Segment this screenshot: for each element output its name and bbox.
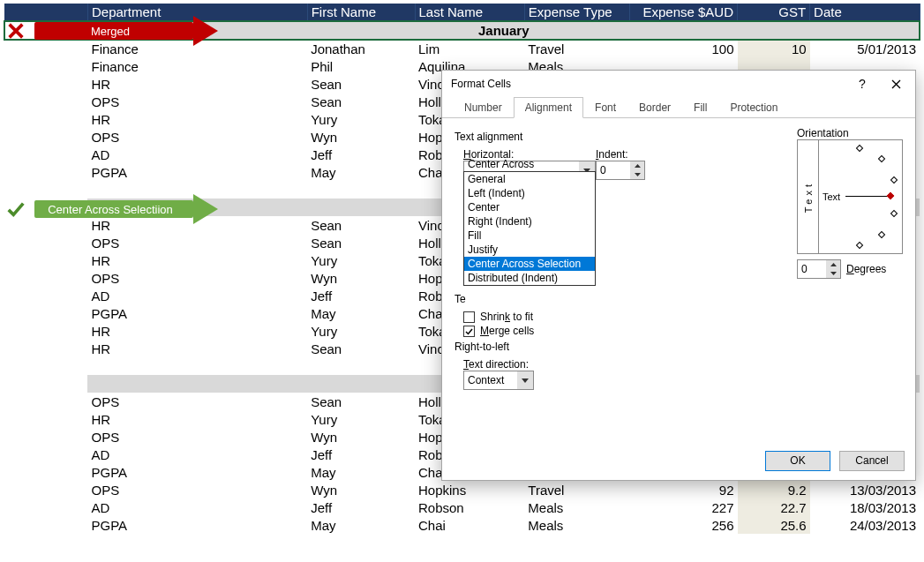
merge-checkbox[interactable] (463, 326, 475, 337)
merge-label: Merge cells (480, 325, 534, 337)
close-button[interactable] (883, 73, 908, 94)
tab-protection[interactable]: Protection (718, 97, 789, 117)
close-icon (891, 79, 901, 89)
callout-merged: Merged (6, 22, 218, 40)
table-row[interactable]: OPSWynHopkinsTravel929.213/03/2013 (4, 481, 920, 498)
tab-number[interactable]: Number (453, 97, 514, 117)
tab-alignment[interactable]: Alignment (514, 97, 583, 118)
shrink-checkbox[interactable] (463, 311, 475, 323)
option[interactable]: Justify (464, 243, 595, 257)
degrees-spinner[interactable]: 0 (797, 259, 841, 279)
dialog-tabs: Number Alignment Font Border Fill Protec… (442, 97, 915, 118)
option-selected[interactable]: Center Across Selection (464, 257, 595, 271)
tab-font[interactable]: Font (583, 97, 627, 117)
degrees-value: 0 (798, 263, 826, 275)
hdr-ln[interactable]: Last Name (415, 4, 524, 21)
orientation-vtext: Text (803, 181, 814, 213)
shrink-checkbox-row[interactable]: Shrink to fit (463, 311, 903, 323)
orientation-group: Orientation Text Text 0 (797, 127, 903, 279)
option[interactable]: Distributed (Indent) (464, 271, 595, 285)
shrink-label: Shrink to fit (480, 311, 533, 323)
header-row: Department First Name Last Name Expense … (4, 4, 920, 21)
cancel-button[interactable]: Cancel (839, 451, 905, 471)
textdir-select[interactable]: Context (463, 371, 534, 390)
orientation-label: Orientation (797, 127, 903, 139)
option[interactable]: General (464, 172, 595, 186)
merge-checkbox-row[interactable]: Merge cells (463, 325, 903, 337)
spinner-down[interactable] (630, 170, 644, 179)
spinner-up[interactable] (630, 161, 644, 170)
tab-border[interactable]: Border (627, 97, 682, 117)
hdr-et[interactable]: Expense Type (524, 4, 629, 21)
chevron-down-icon[interactable] (517, 371, 533, 389)
horizontal-options: General Left (Indent) Center Right (Inde… (463, 171, 596, 286)
dialog-titlebar: Format Cells ? (442, 71, 915, 97)
table-row[interactable]: ADJeffRobsonMeals22722.718/03/2013 (4, 498, 920, 516)
option[interactable]: Center (464, 200, 595, 214)
option[interactable]: Right (Indent) (464, 214, 595, 229)
textdir-label: Text direction: (463, 358, 903, 371)
spinner-down[interactable] (826, 269, 840, 278)
table-row[interactable]: PGPAMayChaiMeals25625.624/03/2013 (4, 516, 920, 534)
hdr-gst[interactable]: GST (738, 4, 810, 21)
dialog-title: Format Cells (451, 78, 859, 90)
degrees-label: Degrees (846, 263, 886, 275)
option[interactable]: Left (Indent) (464, 186, 595, 200)
spinner-up[interactable] (826, 260, 840, 269)
orientation-text: Text (823, 191, 840, 202)
cross-icon (6, 21, 26, 41)
textdir-value: Context (468, 374, 504, 386)
format-cells-dialog: Format Cells ? Number Alignment Font Bor… (441, 70, 916, 481)
hdr-amt[interactable]: Expense $AUD (630, 4, 738, 21)
group-text-control: Te (454, 293, 903, 305)
tab-fill[interactable]: Fill (682, 97, 718, 117)
callout-cas: Center Across Selectiion (6, 200, 218, 218)
indent-label: Indent: (596, 148, 645, 161)
hdr-fn[interactable]: First Name (307, 4, 415, 21)
check-icon (6, 199, 26, 219)
indent-value: 0 (597, 164, 630, 176)
hdr-date[interactable]: Date (810, 4, 920, 21)
group-rtl: Right-to-left (454, 341, 903, 353)
ok-button[interactable]: OK (765, 451, 830, 471)
help-button[interactable]: ? (859, 73, 883, 94)
orientation-control[interactable]: Text Text (797, 139, 903, 254)
callout-merged-label: Merged (91, 25, 130, 38)
indent-spinner[interactable]: 0 (596, 161, 645, 180)
option[interactable]: Fill (464, 229, 595, 243)
table-row[interactable]: FinanceJonathanLimTravel100105/01/2013 (4, 40, 920, 57)
callout-cas-label: Center Across Selectiion (48, 203, 173, 216)
